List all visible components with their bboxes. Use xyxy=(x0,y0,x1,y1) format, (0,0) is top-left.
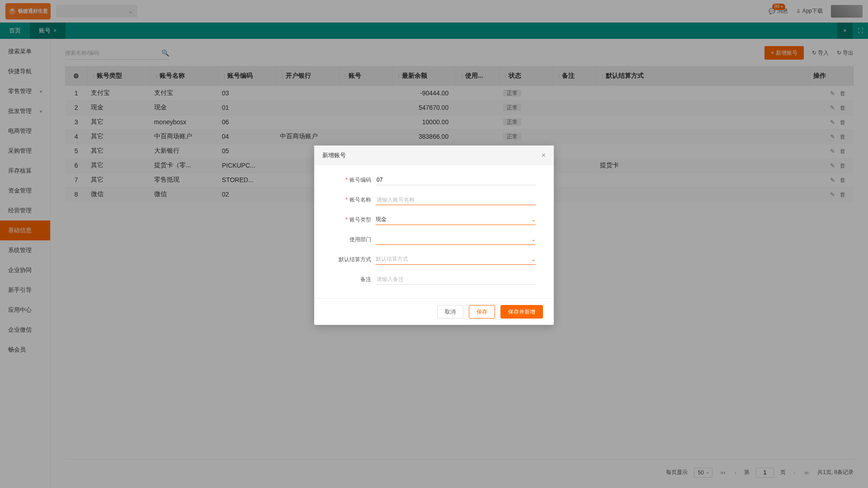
modal-header: 新增账号 × xyxy=(314,145,554,165)
chevron-down-icon: ⌄ xyxy=(531,216,536,223)
save-and-new-button[interactable]: 保存并新增 xyxy=(500,305,543,319)
field-code-input[interactable] xyxy=(376,174,536,185)
field-name-input[interactable] xyxy=(376,194,536,205)
field-settle-label: 默认结算方式 xyxy=(332,256,376,263)
modal-close-icon[interactable]: × xyxy=(542,151,546,160)
save-button[interactable]: 保存 xyxy=(469,305,495,319)
chevron-down-icon: ⌄ xyxy=(531,256,536,263)
field-type-label: *账号类型 xyxy=(332,216,376,224)
chevron-down-icon: ⌄ xyxy=(531,236,536,243)
modal-title: 新增账号 xyxy=(322,151,346,160)
modal-mask: 新增账号 × *账号编码 *账号名称 *账号类型 现金 ⌄ 使用部门 xyxy=(0,0,868,488)
field-dept-select[interactable]: ⌄ xyxy=(376,234,536,245)
field-settle-placeholder: 默认结算方式 xyxy=(376,255,408,263)
field-type-value: 现金 xyxy=(376,216,387,223)
field-name-label: *账号名称 xyxy=(332,196,376,204)
cancel-button[interactable]: 取消 xyxy=(437,305,463,319)
field-dept-label: 使用部门 xyxy=(332,236,376,244)
field-remark-input[interactable] xyxy=(376,274,536,285)
field-remark-label: 备注 xyxy=(332,276,376,283)
field-code-label: *账号编码 xyxy=(332,176,376,184)
add-account-modal: 新增账号 × *账号编码 *账号名称 *账号类型 现金 ⌄ 使用部门 xyxy=(314,145,554,325)
field-type-select[interactable]: 现金 ⌄ xyxy=(376,214,536,225)
field-settle-select[interactable]: 默认结算方式 ⌄ xyxy=(376,254,536,265)
